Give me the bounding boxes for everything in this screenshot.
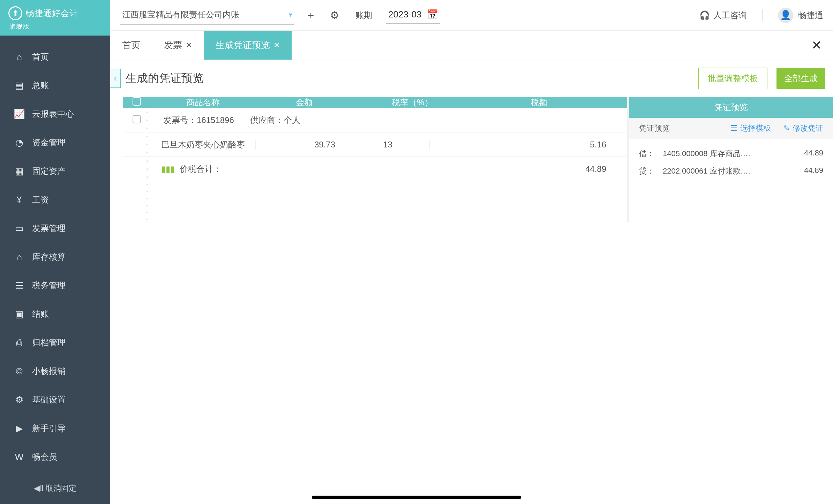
invoice-icon: ▭ [14,223,24,234]
sidebar-item-close[interactable]: ▣结账 [0,300,110,328]
sidebar-item-label: 税务管理 [32,280,66,291]
tab-label: 生成凭证预览 [216,39,270,51]
sidebar-item-label: 库存核算 [32,251,66,262]
voucher-head: 凭证预览 [629,97,833,118]
logo-block: ⬆ 畅捷通好会计 旗舰版 [0,0,110,36]
support-link[interactable]: 🎧 人工咨询 [699,10,747,21]
tab-home[interactable]: 首页 [110,31,152,60]
table-row: 巴旦木奶枣夹心奶酪枣 39.73 13 5.16 [123,132,627,157]
th-rate: 税率（%） [353,97,472,108]
entry-account: 2202.000061 应付账款…. [663,166,783,176]
building-icon: ▦ [14,166,24,176]
tabbar: 首页 发票✕ 生成凭证预览✕ ✕ [110,31,833,60]
tab-voucher-preview[interactable]: 生成凭证预览✕ [204,31,292,60]
edit-icon: ✎ [783,124,790,133]
close-all-tabs[interactable]: ✕ [804,35,829,55]
invoice-no: 16151896 [197,115,234,125]
sidebar-item-guide[interactable]: ▶新手引导 [0,414,110,443]
entry-amount: 44.89 [792,148,823,159]
close-icon[interactable]: ✕ [186,41,192,50]
sidebar-item-settings[interactable]: ⚙基础设置 [0,385,110,414]
sidebar-item-report[interactable]: 📈云报表中心 [0,100,110,128]
ledger-icon: ▤ [14,80,24,91]
tab-label: 发票 [164,39,182,51]
sidebar-item-reimburse[interactable]: ©小畅报销 [0,357,110,385]
play-icon: ▶ [14,423,24,434]
select-template-label: 选择模板 [740,123,771,133]
period-label: 账期 [355,10,372,21]
money-icon: ¥ [14,194,24,205]
user-menu[interactable]: 👤 畅捷通 [778,8,823,23]
sidebar-item-label: 总账 [32,80,49,91]
chevron-down-icon: ▾ [289,10,292,19]
sidebar-item-assets[interactable]: ▦固定资产 [0,157,110,185]
edit-voucher-link[interactable]: ✎修改凭证 [783,123,823,133]
settings-button[interactable]: ⚙ [327,6,342,24]
sidebar-item-home[interactable]: ⌂首页 [0,43,110,71]
table-header: 商品名称 金额 税率（%） 税额 [123,97,627,108]
unpin-icon: ◀Ⅱ [34,484,44,493]
total-value: 44.89 [430,164,627,174]
batch-adjust-button[interactable]: 批量调整模板 [698,68,767,89]
sidebar: ⬆ 畅捷通好会计 旗舰版 ⌂首页 ▤总账 📈云报表中心 ◔资金管理 ▦固定资产 … [0,0,110,504]
wallet-icon: ◔ [14,137,24,148]
sidebar-item-label: 基础设置 [32,394,66,405]
select-all-checkbox[interactable] [133,97,141,106]
support-label: 人工咨询 [713,10,747,21]
cell-rate: 13 [346,140,430,150]
sidebar-item-label: 结账 [32,308,49,320]
voucher-sub-title: 凭证预览 [639,123,670,133]
page-header: ‹ 生成的凭证预览 批量调整模板 全部生成 [110,60,833,97]
gear-icon: ⚙ [14,395,24,405]
generate-all-button[interactable]: 全部生成 [776,68,825,89]
sidebar-item-label: 固定资产 [32,166,66,177]
tax-icon: ☰ [14,280,24,291]
sidebar-item-tax[interactable]: ☰税务管理 [0,271,110,300]
username: 畅捷通 [798,10,823,21]
headset-icon: 🎧 [699,10,710,20]
entry-amount: 44.89 [792,166,823,176]
brand-edition: 旗舰版 [9,22,102,31]
sidebar-item-inventory[interactable]: ⌂库存核算 [0,243,110,271]
select-template-link[interactable]: ☰选择模板 [730,123,771,133]
avatar-icon: 👤 [778,8,793,23]
add-button[interactable]: ＋ [303,5,319,25]
voucher-subheader: 凭证预览 ☰选择模板 ✎修改凭证 [629,118,833,139]
sidebar-item-label: 新手引导 [32,423,66,434]
sidebar-item-label: 资金管理 [32,137,66,148]
list-icon: ☰ [730,124,737,133]
sidebar-item-invoice[interactable]: ▭发票管理 [0,214,110,243]
invoice-table: 商品名称 金额 税率（%） 税额 发票号：16151896 供应商：个人 [123,97,627,222]
content: 商品名称 金额 税率（%） 税额 发票号：16151896 供应商：个人 [110,97,833,504]
supplier-label: 供应商： [250,115,284,125]
cell-amount: 39.73 [255,140,346,150]
company-name: 江西服宝精品有限责任公司内账 [122,9,239,20]
close-icon[interactable]: ✕ [273,41,280,50]
warehouse-icon: ⌂ [14,252,24,262]
entry-side: 贷： [639,166,654,176]
company-select[interactable]: 江西服宝精品有限责任公司内账 ▾ [120,6,294,25]
member-icon: W [14,452,24,462]
sidebar-item-label: 畅会员 [32,451,57,463]
th-tax: 税额 [472,97,627,108]
row-checkbox[interactable] [133,115,141,123]
calendar-icon: 📅 [427,9,438,20]
sidebar-item-label: 首页 [32,51,49,62]
cell-tax: 5.16 [430,140,627,150]
cell-name: 巴旦木奶枣夹心奶酪枣 [151,139,255,150]
sidebar-item-salary[interactable]: ¥工资 [0,185,110,214]
sidebar-item-label: 发票管理 [32,223,66,234]
cloud-logo-icon: ⬆ [8,6,22,20]
period-select[interactable]: 2023-03 📅 [386,6,440,24]
unpin-label: 取消固定 [46,483,76,494]
sidebar-item-funds[interactable]: ◔资金管理 [0,128,110,157]
sidebar-item-ledger[interactable]: ▤总账 [0,71,110,100]
sidebar-item-archive[interactable]: ⎙归档管理 [0,328,110,357]
home-indicator [312,496,521,499]
sidebar-unpin[interactable]: ◀Ⅱ 取消固定 [0,477,110,504]
chart-icon: 📈 [14,109,24,119]
archive-icon: ⎙ [14,337,24,348]
tab-invoice[interactable]: 发票✕ [152,31,204,60]
collapse-button[interactable]: ‹ [110,69,121,88]
sidebar-item-member[interactable]: W畅会员 [0,443,110,471]
